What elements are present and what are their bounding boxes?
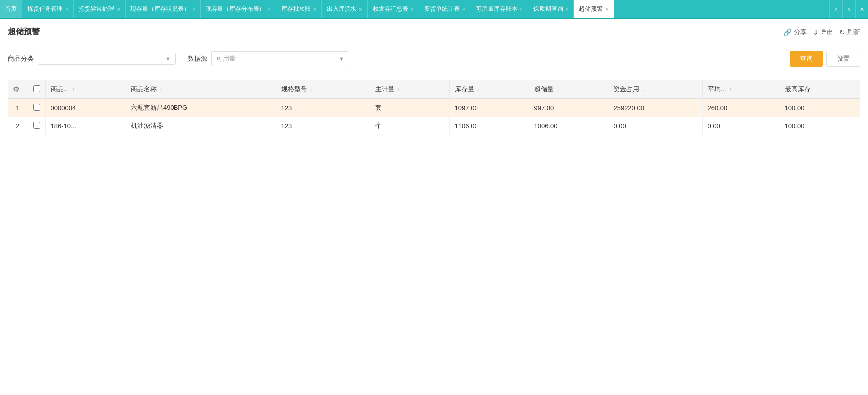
table-row: 2 186-10... 机油滤清器 123 个 1106.00 1006.00 … xyxy=(8,117,860,135)
avg-2: 0.00 xyxy=(702,117,780,135)
product-code-2: 186-10... xyxy=(45,117,126,135)
gear-icon[interactable]: ⚙ xyxy=(13,85,19,93)
refresh-button[interactable]: ↻ 刷新 xyxy=(839,28,860,37)
sort-unit-icon: ↕ xyxy=(397,87,400,92)
nav-arrows-container: ‹ › × xyxy=(829,0,868,19)
close-tab-quality-check[interactable]: × xyxy=(565,6,568,12)
nav-tab-task-mgmt[interactable]: 拣货任务管理 × xyxy=(22,0,74,19)
product-code-1: 0000004 xyxy=(45,99,126,117)
capital-1: 259220.00 xyxy=(608,99,702,117)
overstock-2: 1006.00 xyxy=(529,117,608,135)
row-select-2[interactable] xyxy=(33,122,40,129)
nav-next-button[interactable]: › xyxy=(842,0,855,19)
nav-tab-inventory-status[interactable]: 现存量（库存状况表） × xyxy=(126,0,201,19)
avg-1: 260.00 xyxy=(702,99,780,117)
page-container: 超储预警 🔗 分享 ⇓ 导出 ↻ 刷新 商品分类 ▼ 数据源 xyxy=(0,19,868,395)
datasource-select-value: 可用量 xyxy=(217,54,236,63)
column-header-product-name[interactable]: 商品名称 ↕ xyxy=(126,80,276,99)
filter-row: 商品分类 ▼ 数据源 可用量 ▼ 查询 设置 xyxy=(8,45,860,73)
export-icon: ⇓ xyxy=(813,28,819,36)
max-inventory-2: 100.00 xyxy=(780,117,860,135)
select-all-checkbox[interactable] xyxy=(33,85,40,92)
nav-tab-abnormal[interactable]: 拣货异常处理 × xyxy=(74,0,125,19)
close-tab-batch-account[interactable]: × xyxy=(313,6,316,12)
nav-tab-inout-flow[interactable]: 出入库流水 × xyxy=(322,0,367,19)
inventory-2: 1106.00 xyxy=(449,117,529,135)
nav-tab-recv-summary[interactable]: 收发存汇总表 × xyxy=(368,0,419,19)
column-header-inventory[interactable]: 库存量 ↕ xyxy=(449,80,529,99)
query-button[interactable]: 查询 xyxy=(790,51,823,67)
inventory-1: 1097.00 xyxy=(449,99,529,117)
datasource-label: 数据源 xyxy=(188,54,207,63)
nav-prev-button[interactable]: ‹ xyxy=(829,0,842,19)
sort-overstock-icon: ↕ xyxy=(557,87,559,92)
category-select[interactable]: ▼ xyxy=(38,53,176,65)
row-select-1[interactable] xyxy=(33,104,40,111)
nav-tab-overstock-warning[interactable]: 超储预警 × xyxy=(574,0,613,19)
category-dropdown-icon: ▼ xyxy=(165,56,171,62)
close-tab-available-account[interactable]: × xyxy=(520,6,523,12)
datasource-dropdown-icon: ▼ xyxy=(339,56,344,62)
column-header-unit[interactable]: 主计量 ↕ xyxy=(370,80,449,99)
header-actions: 🔗 分享 ⇓ 导出 ↻ 刷新 xyxy=(783,28,860,37)
spec-2: 123 xyxy=(276,117,370,135)
category-label: 商品分类 xyxy=(8,54,34,63)
sort-product-name-icon: ↕ xyxy=(160,87,163,92)
sort-spec-icon: ↕ xyxy=(310,87,312,92)
category-filter: 商品分类 ▼ xyxy=(8,53,176,65)
datasource-filter: 数据源 可用量 ▼ xyxy=(188,51,349,66)
column-header-avg[interactable]: 平均... ↕ xyxy=(702,80,780,99)
column-header-overstock[interactable]: 超储量 ↕ xyxy=(529,80,608,99)
column-header-spec[interactable]: 规格型号 ↕ xyxy=(276,80,370,99)
product-name-1: 六配套新昌490BPG xyxy=(126,99,276,117)
column-header-max-inventory[interactable]: 最高库存 xyxy=(780,80,860,99)
column-header-capital[interactable]: 资金占用 ↕ xyxy=(608,80,702,99)
row-num-2: 2 xyxy=(8,117,28,135)
row-num-1: 1 xyxy=(8,99,28,117)
close-tab-inout-flow[interactable]: × xyxy=(359,6,362,12)
nav-tab-order-stats[interactable]: 要货单统计表 × xyxy=(419,0,471,19)
product-name-2: 机油滤清器 xyxy=(126,117,276,135)
close-tab-recv-summary[interactable]: × xyxy=(411,6,414,12)
filter-buttons: 查询 设置 xyxy=(790,51,860,67)
close-tab-inventory-dist[interactable]: × xyxy=(267,6,270,12)
row-checkbox-1[interactable] xyxy=(28,99,45,117)
column-header-checkbox[interactable] xyxy=(28,80,45,99)
nav-tab-available-account[interactable]: 可用量库存账本 × xyxy=(471,0,528,19)
nav-close-button[interactable]: × xyxy=(855,0,868,19)
close-tab-abnormal[interactable]: × xyxy=(117,6,120,12)
data-table: ⚙ 商品... ↕ 商品名称 ↕ 规格型号 ↕ 主计量 xyxy=(8,80,860,135)
close-tab-order-stats[interactable]: × xyxy=(462,6,465,12)
sort-avg-icon: ↕ xyxy=(729,87,732,92)
sort-product-code-icon: ↕ xyxy=(72,87,75,92)
spec-1: 123 xyxy=(276,99,370,117)
page-header: 超储预警 🔗 分享 ⇓ 导出 ↻ 刷新 xyxy=(8,27,860,37)
close-tab-task-mgmt[interactable]: × xyxy=(65,6,68,12)
datasource-select[interactable]: 可用量 ▼ xyxy=(211,51,349,66)
share-button[interactable]: 🔗 分享 xyxy=(783,28,807,37)
table-header-row: ⚙ 商品... ↕ 商品名称 ↕ 规格型号 ↕ 主计量 xyxy=(8,80,860,99)
settings-button[interactable]: 设置 xyxy=(826,51,860,67)
close-tab-inventory-status[interactable]: × xyxy=(192,6,195,12)
share-icon: 🔗 xyxy=(783,28,792,36)
top-navigation: 首页 拣货任务管理 × 拣货异常处理 × 现存量（库存状况表） × 现存量（库存… xyxy=(0,0,868,19)
column-header-product-code[interactable]: 商品... ↕ xyxy=(45,80,126,99)
unit-2: 个 xyxy=(370,117,449,135)
close-tab-overstock-warning[interactable]: × xyxy=(605,6,608,12)
row-checkbox-2[interactable] xyxy=(28,117,45,135)
unit-1: 套 xyxy=(370,99,449,117)
nav-tab-home[interactable]: 首页 xyxy=(0,0,22,19)
export-button[interactable]: ⇓ 导出 xyxy=(813,28,833,37)
table-row: 1 0000004 六配套新昌490BPG 123 套 1097.00 997.… xyxy=(8,99,860,117)
capital-2: 0.00 xyxy=(608,117,702,135)
sort-inventory-icon: ↕ xyxy=(477,87,479,92)
max-inventory-1: 100.00 xyxy=(780,99,860,117)
nav-tab-inventory-dist[interactable]: 现存量（库存分布表） × xyxy=(201,0,276,19)
page-title: 超储预警 xyxy=(8,27,40,37)
refresh-icon: ↻ xyxy=(839,28,845,36)
overstock-1: 997.00 xyxy=(529,99,608,117)
nav-tab-batch-account[interactable]: 库存批次账 × xyxy=(276,0,322,19)
sort-capital-icon: ↕ xyxy=(643,87,645,92)
column-header-gear[interactable]: ⚙ xyxy=(8,80,28,99)
nav-tab-quality-check[interactable]: 保质期查询 × xyxy=(528,0,574,19)
